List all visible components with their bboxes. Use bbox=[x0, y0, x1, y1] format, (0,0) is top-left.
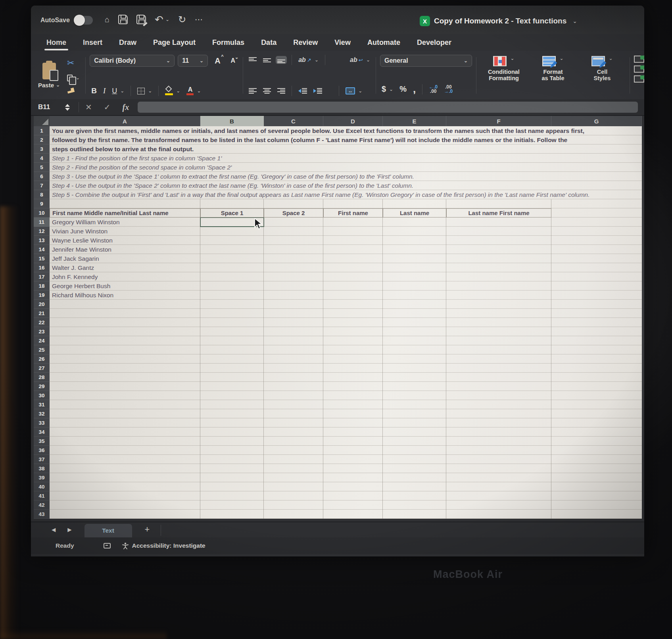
font-name-select[interactable]: Calibri (Body)⌄ bbox=[90, 55, 175, 67]
row-header-23[interactable]: 23 bbox=[34, 327, 50, 336]
row-header-5[interactable]: 5 bbox=[34, 163, 50, 172]
comma-format-button[interactable]: , bbox=[411, 82, 417, 96]
row-header-36[interactable]: 36 bbox=[34, 446, 50, 455]
column-header-E[interactable]: E bbox=[383, 116, 446, 126]
home-button[interactable]: ⌂ bbox=[103, 15, 111, 23]
align-center-button[interactable] bbox=[261, 87, 273, 95]
ribbon-tab-insert[interactable]: Insert bbox=[75, 36, 111, 49]
row-header-20[interactable]: 20 bbox=[34, 300, 50, 309]
row-header-35[interactable]: 35 bbox=[34, 437, 50, 446]
sheet-tab-text[interactable]: Text bbox=[84, 524, 132, 537]
autosave-toggle[interactable] bbox=[75, 16, 93, 25]
decrease-indent-button[interactable] bbox=[297, 87, 309, 95]
orientation-button[interactable]: ab↗⌄ bbox=[297, 56, 320, 64]
borders-button[interactable]: ⌄ bbox=[136, 87, 154, 95]
align-top-button[interactable] bbox=[247, 56, 258, 64]
prev-sheet-button[interactable]: ◀ bbox=[50, 526, 57, 533]
cell-A16[interactable]: Walter J. Gantz bbox=[52, 263, 94, 272]
conditional-formatting-button[interactable]: ⌄ ConditionalFormatting bbox=[480, 56, 527, 82]
delete-cells-icon[interactable] bbox=[634, 65, 644, 73]
row-header-42[interactable]: 42 bbox=[34, 500, 50, 510]
accessibility-status[interactable]: Accessibility: Investigate bbox=[132, 542, 205, 549]
row-header-14[interactable]: 14 bbox=[34, 245, 50, 254]
select-all-corner[interactable] bbox=[34, 116, 50, 126]
ribbon-tab-developer[interactable]: Developer bbox=[409, 36, 460, 49]
format-painter-button[interactable] bbox=[65, 87, 81, 94]
row-header-25[interactable]: 25 bbox=[34, 345, 50, 354]
row-header-3[interactable]: 3 bbox=[34, 144, 50, 154]
align-middle-button[interactable] bbox=[261, 56, 273, 64]
undo-button[interactable]: ↶⌄ bbox=[153, 14, 171, 25]
row-header-39[interactable]: 39 bbox=[34, 473, 50, 482]
cell-A18[interactable]: George Herbert Bush bbox=[52, 281, 110, 291]
ribbon-tab-automate[interactable]: Automate bbox=[359, 36, 409, 49]
column-header-F[interactable]: F bbox=[446, 116, 551, 126]
formula-input[interactable] bbox=[138, 102, 638, 113]
save-button[interactable] bbox=[117, 15, 129, 24]
ribbon-tab-formulas[interactable]: Formulas bbox=[204, 36, 253, 49]
bold-button[interactable]: B bbox=[90, 86, 98, 96]
row-header-17[interactable]: 17 bbox=[34, 272, 50, 281]
row-header-22[interactable]: 22 bbox=[34, 318, 50, 327]
row-header-24[interactable]: 24 bbox=[34, 336, 50, 345]
cell-A10[interactable]: First name Middle name/Initial Last name bbox=[50, 208, 200, 217]
macro-record-icon[interactable] bbox=[104, 543, 111, 549]
insert-function-button[interactable]: fx bbox=[121, 102, 131, 113]
save-as-button[interactable] bbox=[135, 15, 148, 24]
next-sheet-button[interactable]: ▶ bbox=[66, 526, 73, 533]
cell-A15[interactable]: Jeff Jack Sagarin bbox=[52, 254, 99, 263]
font-size-select[interactable]: 11⌄ bbox=[178, 55, 208, 67]
increase-decimal-button[interactable]: .00→.0 bbox=[442, 84, 454, 94]
column-header-C[interactable]: C bbox=[264, 116, 323, 126]
format-cells-icon[interactable] bbox=[634, 75, 644, 83]
ribbon-tab-page-layout[interactable]: Page Layout bbox=[145, 36, 204, 49]
insert-cells-icon[interactable] bbox=[634, 56, 644, 63]
cell-A7[interactable]: Step 4 - Use the output in the 'Space 2'… bbox=[52, 181, 413, 190]
cell-A5[interactable]: Step 2 - Find the position of the second… bbox=[52, 163, 232, 172]
cut-button[interactable]: ✂ bbox=[65, 57, 81, 69]
row-header-1[interactable]: 1 bbox=[34, 126, 50, 135]
row-header-28[interactable]: 28 bbox=[34, 373, 50, 382]
cell-A3[interactable]: steps outlined below to arrive at the fi… bbox=[52, 144, 194, 154]
cell-B10[interactable]: Space 1 bbox=[200, 208, 264, 217]
cell-E10[interactable]: Last name bbox=[383, 208, 446, 217]
row-header-18[interactable]: 18 bbox=[34, 281, 50, 291]
confirm-entry-button[interactable]: ✓ bbox=[102, 102, 112, 113]
row-header-4[interactable]: 4 bbox=[34, 154, 50, 163]
cell-A2[interactable]: followed by the first name. The transfor… bbox=[52, 135, 567, 144]
row-header-10[interactable]: 10 bbox=[34, 208, 50, 217]
row-header-30[interactable]: 30 bbox=[34, 391, 50, 400]
wrap-text-button[interactable]: ab↩⌄ bbox=[348, 56, 372, 64]
currency-format-button[interactable]: $⌄ bbox=[380, 84, 395, 94]
name-box[interactable]: B11 bbox=[31, 103, 74, 111]
row-header-43[interactable]: 43 bbox=[34, 510, 50, 519]
number-format-select[interactable]: General⌄ bbox=[380, 55, 472, 67]
cell-A11[interactable]: Gregory William Winston bbox=[52, 217, 120, 227]
italic-button[interactable]: I bbox=[102, 86, 107, 96]
cell-A14[interactable]: Jennifer Mae Winston bbox=[52, 245, 111, 254]
row-header-40[interactable]: 40 bbox=[34, 482, 50, 491]
ribbon-tab-draw[interactable]: Draw bbox=[111, 36, 145, 49]
document-title-group[interactable]: X Copy of Homework 2 - Text functions ⌄ bbox=[420, 16, 577, 26]
add-sheet-button[interactable]: + bbox=[142, 524, 152, 535]
cell-A8[interactable]: Step 5 - Combine the output in 'First' a… bbox=[52, 190, 589, 199]
redo-button[interactable]: ↻ bbox=[177, 15, 188, 24]
cell-A1[interactable]: You are given the first names, middle na… bbox=[52, 126, 584, 135]
name-box-spinner[interactable] bbox=[65, 104, 70, 111]
decrease-decimal-button[interactable]: ←.0.00 bbox=[427, 84, 439, 94]
cell-A13[interactable]: Wayne Leslie Winston bbox=[52, 236, 113, 245]
row-header-41[interactable]: 41 bbox=[34, 491, 50, 500]
row-header-32[interactable]: 32 bbox=[34, 409, 50, 418]
ribbon-tab-home[interactable]: Home bbox=[38, 36, 75, 49]
format-as-table-button[interactable]: ⌄ Formatas Table bbox=[530, 56, 576, 82]
fill-color-button[interactable]: ⌄ bbox=[163, 86, 182, 96]
align-right-button[interactable] bbox=[276, 87, 287, 95]
row-header-7[interactable]: 7 bbox=[34, 181, 50, 190]
align-bottom-button[interactable] bbox=[276, 56, 287, 64]
copy-button[interactable]: ⌄ bbox=[65, 74, 81, 82]
row-header-6[interactable]: 6 bbox=[34, 172, 50, 181]
cell-F10[interactable]: Last name First name bbox=[446, 208, 551, 217]
row-header-29[interactable]: 29 bbox=[34, 382, 50, 391]
increase-indent-button[interactable] bbox=[312, 87, 324, 95]
row-header-26[interactable]: 26 bbox=[34, 354, 50, 364]
